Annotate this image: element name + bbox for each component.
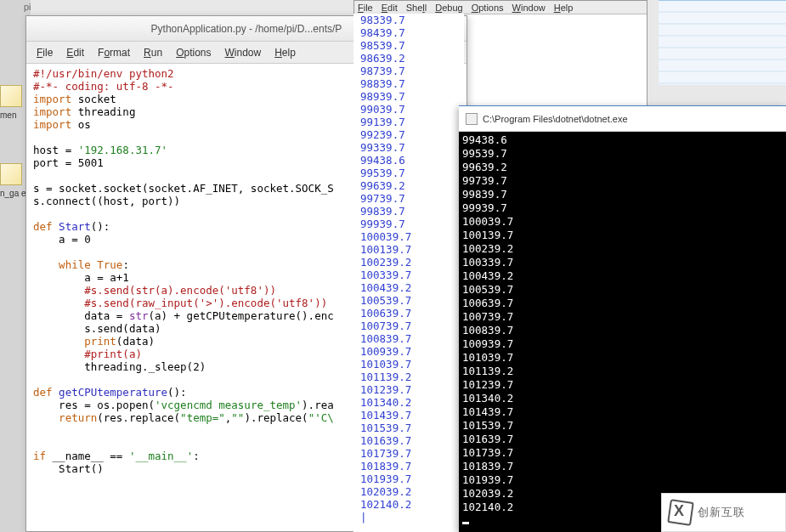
folder-icon[interactable] (0, 163, 22, 185)
idle-menubar: File Edit Shell Debug Options Window Hel… (354, 1, 647, 14)
console-title: C:\Program Files\dotnet\dotnet.exe (483, 114, 628, 124)
console-output[interactable]: 99438.6 99539.7 99639.2 99739.7 99839.7 … (459, 132, 786, 532)
menu-window[interactable]: Window (512, 3, 546, 13)
menu-help[interactable]: Help (269, 44, 301, 61)
desktop-label-1: men (0, 110, 16, 120)
watermark: 创新互联 (661, 493, 786, 532)
menu-file[interactable]: File (358, 3, 373, 13)
menu-options[interactable]: Options (472, 3, 504, 13)
menu-edit[interactable]: Edit (382, 3, 398, 13)
menu-file[interactable]: File (31, 44, 58, 61)
console-titlebar[interactable]: C:\Program Files\dotnet\dotnet.exe (459, 106, 786, 132)
watermark-text: 创新互联 (698, 505, 745, 520)
idle-output-overlay: 98339.7 98439.7 98539.7 98639.2 98739.7 … (353, 14, 464, 532)
menu-window[interactable]: Window (220, 44, 267, 61)
console-app-icon (466, 113, 478, 125)
menu-run[interactable]: Run (139, 44, 167, 61)
menu-shell[interactable]: Shell (406, 3, 427, 13)
desktop-label-pi: pi (24, 2, 31, 12)
console-window: C:\Program Files\dotnet\dotnet.exe 99438… (459, 105, 786, 532)
background-panel (659, 0, 786, 85)
menu-debug[interactable]: Debug (435, 3, 462, 13)
folder-icon[interactable] (0, 85, 22, 107)
watermark-logo-icon (669, 501, 693, 524)
menu-format[interactable]: Format (93, 44, 135, 61)
menu-help[interactable]: Help (554, 3, 574, 13)
menu-edit[interactable]: Edit (61, 44, 89, 61)
menu-options[interactable]: Options (171, 44, 216, 61)
